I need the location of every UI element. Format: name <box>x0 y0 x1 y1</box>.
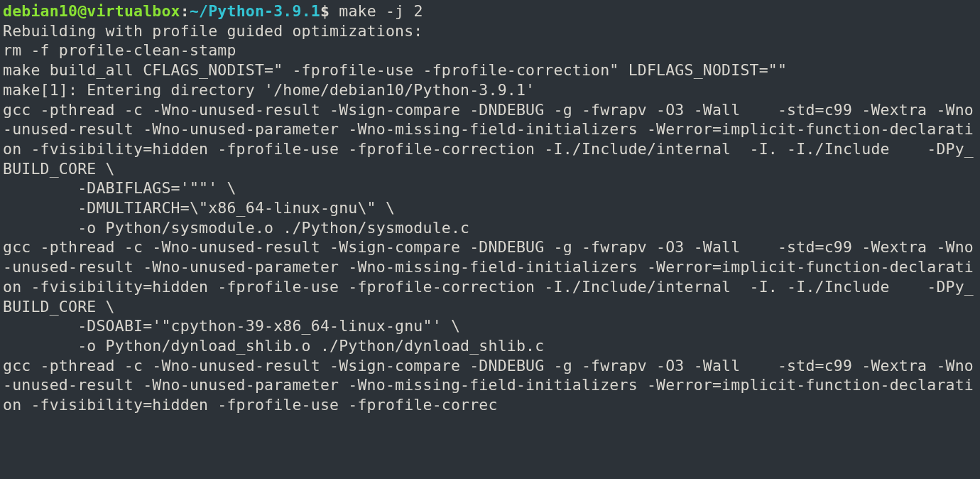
output-line: -DABIFLAGS='""' \ <box>3 179 236 197</box>
output-line: rm -f profile-clean-stamp <box>3 41 236 59</box>
prompt-sep: : <box>180 2 190 20</box>
output-line: -DSOABI='"cpython-39-x86_64-linux-gnu"' … <box>3 317 460 335</box>
output-line: gcc -pthread -c -Wno-unused-result -Wsig… <box>3 238 974 315</box>
prompt-dollar: $ <box>320 2 339 20</box>
output-line: gcc -pthread -c -Wno-unused-result -Wsig… <box>3 357 974 414</box>
prompt-line: debian10@virtualbox:~/Python-3.9.1$ make… <box>3 2 423 20</box>
output-line: make build_all CFLAGS_NODIST=" -fprofile… <box>3 61 787 79</box>
command-input[interactable]: make -j 2 <box>339 2 423 20</box>
prompt-path: ~/Python-3.9.1 <box>190 2 320 20</box>
output-line: Rebuilding with profile guided optimizat… <box>3 22 423 40</box>
prompt-host: virtualbox <box>87 2 180 20</box>
output-line: gcc -pthread -c -Wno-unused-result -Wsig… <box>3 101 974 178</box>
output-line: -o Python/dynload_shlib.o ./Python/dynlo… <box>3 337 544 355</box>
terminal-window[interactable]: debian10@virtualbox:~/Python-3.9.1$ make… <box>0 0 980 479</box>
output-line: make[1]: Entering directory '/home/debia… <box>3 81 535 99</box>
output-line: -o Python/sysmodule.o ./Python/sysmodule… <box>3 219 469 237</box>
output-line: -DMULTIARCH=\"x86_64-linux-gnu\" \ <box>3 199 395 217</box>
prompt-user: debian10 <box>3 2 77 20</box>
prompt-at: @ <box>77 2 87 20</box>
